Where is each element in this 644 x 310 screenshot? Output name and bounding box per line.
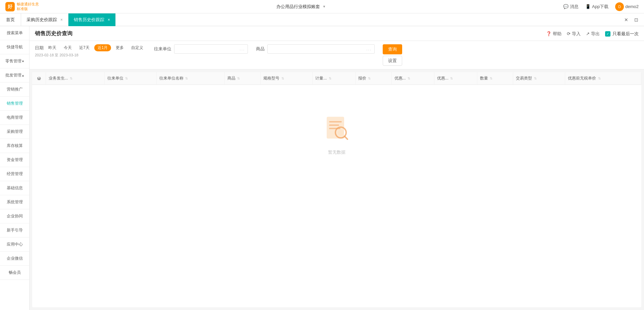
retail-arrow-icon: ▾ bbox=[22, 59, 24, 63]
sort-product-icon: ⇅ bbox=[237, 76, 240, 80]
col-qty[interactable]: 数量 ⇅ bbox=[477, 72, 513, 85]
message-icon: 💬 bbox=[563, 4, 569, 9]
page-title-row: 销售历史价查询 ❓ 帮助 ⟳ 导入 ↗ 导出 ✓ bbox=[35, 30, 639, 37]
data-table: 业务发生... ⇅ 往来单位 ⇅ 往来单位名称 ⇅ bbox=[32, 72, 641, 85]
empty-icon bbox=[320, 112, 354, 145]
sort-quote-icon: ⇅ bbox=[368, 76, 371, 80]
col-product[interactable]: 商品 ⇅ bbox=[224, 72, 261, 85]
content-area: 销售历史价查询 ❓ 帮助 ⟳ 导入 ↗ 导出 ✓ bbox=[30, 26, 644, 310]
tab-sales-close[interactable]: × bbox=[108, 17, 110, 22]
sidebar-item-quicknav[interactable]: 快捷导航 bbox=[0, 40, 29, 54]
svg-rect-2 bbox=[329, 124, 339, 126]
table-container: 业务发生... ⇅ 往来单位 ⇅ 往来单位名称 ⇅ bbox=[32, 72, 641, 307]
counterparty-label: 往来单位 bbox=[154, 46, 171, 52]
col-discount2[interactable]: 优惠... ⇅ bbox=[434, 72, 477, 85]
sidebar-item-inventory[interactable]: 库存核算 bbox=[0, 139, 29, 153]
export-icon: ↗ bbox=[586, 31, 590, 36]
product-filter-group: 商品 ... bbox=[256, 44, 375, 54]
import-button[interactable]: ⟳ 导入 bbox=[567, 31, 581, 37]
sidebar-item-basics[interactable]: 基础信息 bbox=[0, 181, 29, 195]
sidebar-item-purchase[interactable]: 采购管理 bbox=[0, 125, 29, 139]
product-input-dots: ... bbox=[366, 47, 372, 51]
user-profile[interactable]: D demo2 bbox=[615, 2, 639, 11]
nav-dropdown-icon[interactable]: ▼ bbox=[323, 5, 326, 8]
avatar: D bbox=[615, 2, 624, 11]
col-pre-tax[interactable]: 优惠前无税单价 ⇅ bbox=[565, 72, 641, 85]
date-label: 日期 bbox=[35, 45, 44, 51]
wholesale-arrow-icon: ▴ bbox=[22, 73, 24, 77]
date-btn-last7[interactable]: 近7天 bbox=[76, 44, 92, 51]
logo-area: 好 畅捷通好生意 标准版 bbox=[5, 2, 39, 11]
export-button[interactable]: ↗ 导出 bbox=[586, 31, 600, 37]
last-only-checkbox-area[interactable]: ✓ 只看最后一次 bbox=[605, 31, 639, 37]
nav-title: 办公用品行业模拟账套 bbox=[276, 4, 320, 10]
sidebar-item-guide[interactable]: 新手引导 bbox=[0, 223, 29, 238]
top-bar-center: 办公用品行业模拟账套 ▼ bbox=[276, 4, 326, 10]
date-btn-last1m[interactable]: 近1月 bbox=[94, 44, 111, 51]
sidebar-item-retail[interactable]: 零售管理 ▾ bbox=[0, 54, 29, 68]
page-actions: ❓ 帮助 ⟳ 导入 ↗ 导出 ✓ 只看最后一次 bbox=[546, 31, 639, 37]
filter-action-buttons: 查询 设置 bbox=[383, 44, 402, 66]
col-counterparty-name[interactable]: 往来单位名称 ⇅ bbox=[156, 72, 224, 85]
date-btn-more[interactable]: 更多 bbox=[113, 44, 126, 51]
sidebar: 搜索菜单 快捷导航 零售管理 ▾ 批发管理 ▴ 营销推广 销售管理 电商管理 采 bbox=[0, 26, 30, 310]
page-header: 销售历史价查询 ❓ 帮助 ⟳ 导入 ↗ 导出 ✓ bbox=[30, 26, 644, 41]
sidebar-item-sales[interactable]: 销售管理 bbox=[0, 97, 29, 111]
svg-rect-1 bbox=[329, 121, 342, 122]
sidebar-item-wechat[interactable]: 企业微信 bbox=[0, 252, 29, 266]
sidebar-item-apps[interactable]: 应用中心 bbox=[0, 238, 29, 252]
settings-gear-icon bbox=[37, 75, 41, 80]
sidebar-item-wholesale[interactable]: 批发管理 ▴ bbox=[0, 68, 29, 83]
col-spec[interactable]: 规格型号 ⇅ bbox=[261, 72, 313, 85]
col-counterparty-code[interactable]: 往来单位 ⇅ bbox=[104, 72, 156, 85]
col-trade-type[interactable]: 交易类型 ⇅ bbox=[513, 72, 565, 85]
sidebar-item-member[interactable]: 畅会员 bbox=[0, 266, 29, 280]
svg-point-6 bbox=[338, 130, 344, 136]
sort-pre-tax-icon: ⇅ bbox=[598, 76, 601, 80]
date-btn-yesterday[interactable]: 昨天 bbox=[46, 44, 59, 51]
col-settings[interactable] bbox=[32, 72, 46, 85]
col-unit[interactable]: 计量... ⇅ bbox=[313, 72, 356, 85]
sidebar-item-search[interactable]: 搜索菜单 bbox=[0, 26, 29, 40]
sort-qty-icon: ⇅ bbox=[490, 76, 492, 80]
col-discount1[interactable]: 优惠... ⇅ bbox=[391, 72, 434, 85]
sidebar-item-system[interactable]: 系统管理 bbox=[0, 195, 29, 209]
date-btn-today[interactable]: 今天 bbox=[61, 44, 74, 51]
tab-bar: 首页 采购历史价跟踪 × 销售历史价跟踪 × ✕ ⊡ bbox=[0, 13, 644, 26]
sidebar-item-finance[interactable]: 资金管理 bbox=[0, 153, 29, 167]
sort-counterparty-name-icon: ⇅ bbox=[185, 76, 188, 80]
tab-purchase[interactable]: 采购历史价跟踪 × bbox=[21, 13, 68, 26]
query-button[interactable]: 查询 bbox=[383, 44, 402, 54]
tab-close-window[interactable]: ✕ bbox=[623, 16, 630, 23]
import-icon: ⟳ bbox=[567, 31, 571, 36]
app-download-button[interactable]: 📱 App下载 bbox=[585, 4, 608, 10]
top-bar: 好 畅捷通好生意 标准版 办公用品行业模拟账套 ▼ 💬 消息 📱 App下载 D… bbox=[0, 0, 644, 13]
table-header-row: 业务发生... ⇅ 往来单位 ⇅ 往来单位名称 ⇅ bbox=[32, 72, 641, 85]
sort-trade-type-icon: ⇅ bbox=[534, 76, 537, 80]
app-icon: 📱 bbox=[585, 4, 591, 9]
sidebar-item-operations[interactable]: 经营管理 bbox=[0, 167, 29, 181]
sort-unit-icon: ⇅ bbox=[329, 76, 331, 80]
counterparty-filter-group: 往来单位 ... bbox=[154, 44, 248, 54]
col-biz-date[interactable]: 业务发生... ⇅ bbox=[46, 72, 104, 85]
sidebar-item-enterprise[interactable]: 企业协同 bbox=[0, 209, 29, 223]
date-btn-custom[interactable]: 自定义 bbox=[128, 44, 146, 51]
svg-line-5 bbox=[344, 136, 347, 139]
tab-home[interactable]: 首页 bbox=[0, 13, 21, 26]
counterparty-input[interactable]: ... bbox=[174, 44, 248, 54]
help-button[interactable]: ❓ 帮助 bbox=[546, 31, 561, 37]
top-bar-right: 💬 消息 📱 App下载 D demo2 bbox=[563, 2, 639, 11]
tab-purchase-close[interactable]: × bbox=[60, 17, 63, 22]
sidebar-item-marketing[interactable]: 营销推广 bbox=[0, 83, 29, 97]
sidebar-item-ecommerce[interactable]: 电商管理 bbox=[0, 111, 29, 125]
help-icon: ❓ bbox=[546, 31, 551, 36]
main-layout: 搜索菜单 快捷导航 零售管理 ▾ 批发管理 ▴ 营销推广 销售管理 电商管理 采 bbox=[0, 26, 644, 310]
tab-sales[interactable]: 销售历史价跟踪 × bbox=[68, 13, 116, 26]
message-button[interactable]: 💬 消息 bbox=[563, 4, 579, 10]
tab-maximize[interactable]: ⊡ bbox=[633, 16, 640, 23]
settings-button[interactable]: 设置 bbox=[383, 56, 402, 66]
last-only-checkbox[interactable]: ✓ bbox=[605, 31, 610, 37]
col-quote[interactable]: 报价 ⇅ bbox=[355, 72, 391, 85]
product-input[interactable]: ... bbox=[267, 44, 375, 54]
tab-actions: ✕ ⊡ bbox=[619, 16, 644, 23]
